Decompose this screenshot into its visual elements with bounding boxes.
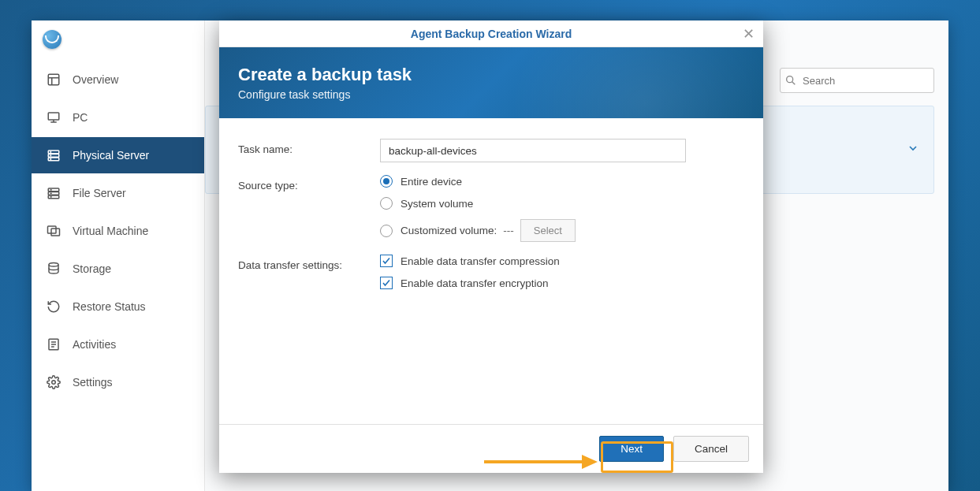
next-button[interactable]: Next	[599, 436, 664, 462]
select-volume-button[interactable]: Select	[520, 219, 576, 242]
server-icon	[46, 148, 61, 162]
custom-volume-value: ---	[503, 225, 514, 236]
vm-icon	[46, 224, 61, 238]
search-input[interactable]	[780, 68, 934, 93]
source-type-label: Source type:	[238, 175, 380, 192]
checkbox-encryption[interactable]: Enable data transfer encryption	[380, 277, 744, 289]
sidebar-item-label: Settings	[73, 376, 113, 389]
svg-point-26	[49, 263, 58, 267]
radio-customized-volume[interactable]: Customized volume:	[380, 225, 497, 237]
sidebar-item-restore-status[interactable]: Restore Status	[32, 288, 204, 325]
sidebar-item-overview[interactable]: Overview	[32, 61, 204, 98]
modal-close-button[interactable]: ✕	[740, 25, 757, 43]
svg-point-15	[50, 152, 51, 153]
checkbox-label: Enable data transfer encryption	[401, 277, 549, 289]
overview-icon	[46, 73, 61, 87]
checkbox-label: Enable data transfer compression	[401, 255, 560, 267]
checkbox-icon	[380, 277, 393, 289]
svg-point-31	[52, 381, 56, 385]
settings-icon	[46, 375, 61, 389]
svg-rect-6	[48, 74, 59, 85]
svg-rect-9	[48, 113, 59, 120]
pc-icon	[46, 110, 61, 125]
checkbox-icon	[380, 255, 393, 267]
checkbox-compression[interactable]: Enable data transfer compression	[380, 255, 744, 267]
sidebar-item-settings[interactable]: Settings	[32, 364, 204, 400]
sidebar-item-label: PC	[73, 111, 88, 124]
svg-point-16	[50, 155, 51, 156]
modal-header: Create a backup task Configure task sett…	[219, 47, 763, 118]
radio-system-volume[interactable]: System volume	[380, 197, 744, 210]
radio-entire-device[interactable]: Entire device	[380, 175, 744, 188]
fileserver-icon	[46, 186, 61, 200]
svg-rect-19	[48, 192, 59, 195]
sidebar-item-label: Activities	[73, 338, 116, 351]
sidebar-item-virtual-machine[interactable]: Virtual Machine	[32, 213, 204, 249]
svg-point-17	[50, 159, 51, 160]
sidebar-item-label: Restore Status	[73, 300, 146, 313]
wizard-modal: Agent Backup Creation Wizard ✕ Create a …	[219, 20, 763, 473]
svg-rect-18	[48, 188, 59, 192]
sidebar-item-physical-server[interactable]: Physical Server	[32, 137, 204, 173]
cancel-button[interactable]: Cancel	[673, 436, 749, 462]
modal-titlebar: Agent Backup Creation Wizard ✕	[219, 20, 763, 47]
sidebar: Overview PC Physical Server File Server …	[32, 20, 205, 491]
restore-icon	[46, 299, 61, 314]
activities-icon	[46, 337, 61, 352]
sidebar-item-label: Physical Server	[73, 149, 149, 162]
sidebar-item-label: Virtual Machine	[73, 225, 148, 237]
transfer-settings-label: Data transfer settings:	[238, 255, 380, 271]
task-name-label: Task name:	[238, 139, 380, 155]
radio-label: System volume	[401, 198, 473, 210]
sidebar-item-storage[interactable]: Storage	[32, 251, 204, 287]
storage-icon	[46, 262, 61, 276]
svg-rect-20	[48, 195, 59, 199]
search-icon	[784, 74, 797, 90]
radio-icon	[380, 175, 393, 188]
sidebar-item-label: Storage	[73, 262, 111, 275]
radio-icon	[380, 197, 393, 210]
modal-title: Agent Backup Creation Wizard	[411, 28, 572, 40]
sidebar-item-label: File Server	[73, 187, 126, 199]
svg-line-33	[792, 82, 796, 85]
modal-body: Task name: Source type: Entire device Sy…	[219, 118, 763, 424]
radio-label: Entire device	[401, 176, 462, 188]
header-subtitle: Configure task settings	[238, 88, 744, 101]
radio-label: Customized volume:	[401, 225, 497, 236]
svg-point-32	[787, 76, 793, 83]
header-title: Create a backup task	[238, 65, 744, 85]
chevron-down-icon	[907, 142, 919, 158]
radio-icon	[380, 225, 393, 237]
sidebar-item-activities[interactable]: Activities	[32, 326, 204, 363]
task-name-input[interactable]	[380, 139, 686, 162]
sidebar-item-label: Overview	[73, 73, 118, 86]
search-wrap	[780, 68, 934, 93]
app-icon	[32, 27, 204, 60]
sidebar-item-pc[interactable]: PC	[32, 99, 204, 136]
modal-footer: Next Cancel	[219, 424, 763, 473]
sidebar-item-file-server[interactable]: File Server	[32, 175, 204, 211]
